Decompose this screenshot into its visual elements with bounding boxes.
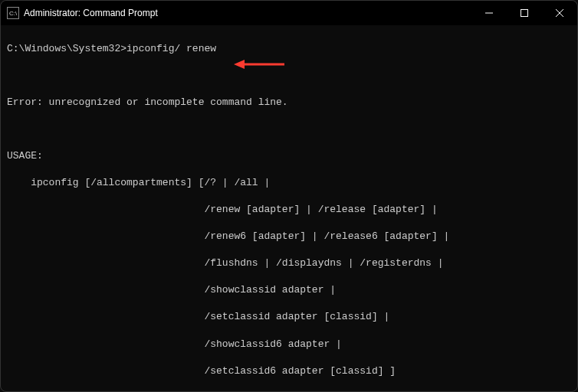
svg-marker-5 (234, 60, 245, 69)
close-button[interactable] (542, 1, 577, 25)
terminal-output[interactable]: C:\Windows\System32>ipconfig/ renew Erro… (1, 25, 577, 392)
usage-syntax: ipconfig [/allcompartments] [/? | /all | (7, 176, 571, 190)
titlebar: C:\ Administrator: Command Prompt (1, 1, 577, 25)
close-icon (556, 9, 563, 17)
maximize-icon (521, 9, 528, 17)
usage-option: /showclassid adapter | (7, 283, 571, 297)
window-title: Administrator: Command Prompt (24, 8, 471, 18)
maximize-button[interactable] (507, 1, 542, 25)
prompt-line: C:\Windows\System32>ipconfig/ renew (7, 42, 571, 56)
usage-option: /renew [adapter] | /release [adapter] | (7, 203, 571, 217)
annotation-arrow (232, 30, 286, 99)
error-line: Error: unrecognized or incomplete comman… (7, 96, 571, 109)
blank-line (7, 122, 571, 136)
usage-option: /setclassid adapter [classid] | (7, 310, 571, 324)
usage-option: /showclassid6 adapter | (7, 338, 571, 351)
cmd-icon: C:\ (7, 7, 19, 19)
entered-command: ipconfig/ renew (126, 43, 216, 54)
window-controls (471, 1, 577, 25)
usage-option: /renew6 [adapter] | /release6 [adapter] … (7, 230, 571, 243)
minimize-icon (485, 9, 493, 17)
blank-line (7, 69, 571, 83)
minimize-button[interactable] (471, 1, 507, 25)
usage-label: USAGE: (7, 149, 571, 163)
usage-option: /setclassid6 adapter [classid] ] (7, 364, 571, 378)
prompt-path: C:\Windows\System32> (7, 43, 126, 54)
usage-option: /flushdns | /displaydns | /registerdns | (7, 256, 571, 270)
svg-rect-1 (521, 10, 528, 17)
